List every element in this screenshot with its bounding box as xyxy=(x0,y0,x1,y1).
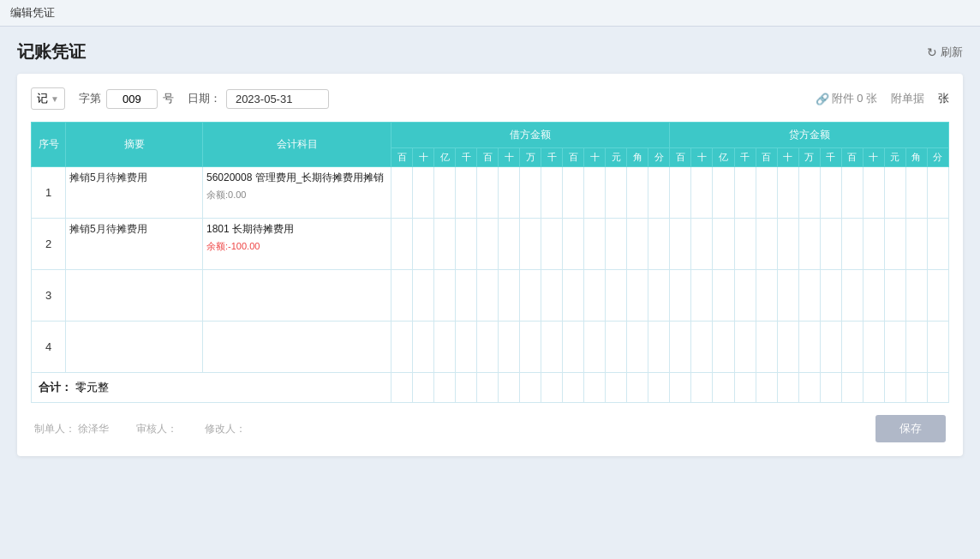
debit-cell-2[interactable] xyxy=(434,322,456,373)
credit-cell-12[interactable] xyxy=(927,219,948,270)
credit-cell-12[interactable] xyxy=(927,322,948,373)
attachment-link[interactable]: 🔗 附件 0 张 xyxy=(816,91,877,106)
seqno-cell[interactable]: 2 xyxy=(32,219,66,270)
debit-cell-3[interactable] xyxy=(456,322,477,373)
credit-cell-4[interactable] xyxy=(756,167,777,219)
fu-dan-link[interactable]: 附单据 xyxy=(891,91,924,106)
debit-cell-9[interactable] xyxy=(584,219,606,270)
credit-cell-0[interactable] xyxy=(670,322,691,373)
debit-cell-0[interactable] xyxy=(391,219,413,270)
credit-cell-3[interactable] xyxy=(734,167,756,219)
credit-cell-4[interactable] xyxy=(756,219,777,270)
credit-cell-10[interactable] xyxy=(884,167,905,219)
summary-cell[interactable] xyxy=(66,270,203,322)
account-cell[interactable] xyxy=(203,270,391,322)
debit-cell-7[interactable] xyxy=(541,270,563,322)
debit-cell-5[interactable] xyxy=(499,167,520,219)
credit-cell-4[interactable] xyxy=(756,270,777,322)
debit-cell-8[interactable] xyxy=(563,167,584,219)
credit-cell-3[interactable] xyxy=(734,322,756,373)
debit-cell-7[interactable] xyxy=(541,322,563,373)
debit-cell-7[interactable] xyxy=(541,219,563,270)
credit-cell-2[interactable] xyxy=(713,322,734,373)
debit-cell-5[interactable] xyxy=(499,219,520,270)
credit-cell-6[interactable] xyxy=(798,322,820,373)
debit-cell-5[interactable] xyxy=(499,322,520,373)
credit-cell-1[interactable] xyxy=(691,322,713,373)
debit-cell-5[interactable] xyxy=(499,270,520,322)
debit-cell-3[interactable] xyxy=(456,219,477,270)
credit-cell-11[interactable] xyxy=(905,219,927,270)
debit-cell-6[interactable] xyxy=(520,270,541,322)
debit-cell-11[interactable] xyxy=(627,322,648,373)
credit-cell-7[interactable] xyxy=(820,270,841,322)
seqno-cell[interactable]: 4 xyxy=(32,322,66,373)
debit-cell-4[interactable] xyxy=(477,219,499,270)
debit-cell-12[interactable] xyxy=(648,270,670,322)
debit-cell-1[interactable] xyxy=(413,219,434,270)
debit-cell-0[interactable] xyxy=(391,270,413,322)
debit-cell-1[interactable] xyxy=(413,322,434,373)
debit-cell-0[interactable] xyxy=(391,167,413,219)
credit-cell-8[interactable] xyxy=(841,219,863,270)
credit-cell-6[interactable] xyxy=(798,270,820,322)
credit-cell-5[interactable] xyxy=(777,167,798,219)
debit-cell-10[interactable] xyxy=(606,270,627,322)
seqno-cell[interactable]: 1 xyxy=(32,167,66,219)
credit-cell-0[interactable] xyxy=(670,219,691,270)
credit-cell-12[interactable] xyxy=(927,270,948,322)
save-button[interactable]: 保存 xyxy=(875,415,946,442)
debit-cell-1[interactable] xyxy=(413,167,434,219)
debit-cell-2[interactable] xyxy=(434,219,456,270)
refresh-button[interactable]: ↻ 刷新 xyxy=(927,45,963,60)
account-cell[interactable]: 1801 长期待摊费用余额:-100.00 xyxy=(203,219,391,270)
debit-cell-11[interactable] xyxy=(627,270,648,322)
debit-cell-12[interactable] xyxy=(648,219,670,270)
credit-cell-2[interactable] xyxy=(713,167,734,219)
account-cell[interactable] xyxy=(203,322,391,373)
debit-cell-8[interactable] xyxy=(563,322,584,373)
credit-cell-8[interactable] xyxy=(841,322,863,373)
debit-cell-11[interactable] xyxy=(627,219,648,270)
credit-cell-1[interactable] xyxy=(691,167,713,219)
debit-cell-2[interactable] xyxy=(434,270,456,322)
credit-cell-8[interactable] xyxy=(841,270,863,322)
summary-cell[interactable]: 摊销5月待摊费用 xyxy=(66,219,203,270)
summary-cell[interactable] xyxy=(66,322,203,373)
date-input[interactable] xyxy=(226,89,329,109)
credit-cell-4[interactable] xyxy=(756,322,777,373)
seqno-cell[interactable]: 3 xyxy=(32,270,66,322)
debit-cell-6[interactable] xyxy=(520,322,541,373)
debit-cell-4[interactable] xyxy=(477,322,499,373)
credit-cell-9[interactable] xyxy=(863,167,884,219)
debit-cell-1[interactable] xyxy=(413,270,434,322)
credit-cell-1[interactable] xyxy=(691,270,713,322)
debit-cell-2[interactable] xyxy=(434,167,456,219)
credit-cell-7[interactable] xyxy=(820,219,841,270)
debit-cell-9[interactable] xyxy=(584,167,606,219)
credit-cell-5[interactable] xyxy=(777,219,798,270)
credit-cell-9[interactable] xyxy=(863,219,884,270)
credit-cell-6[interactable] xyxy=(798,167,820,219)
debit-cell-9[interactable] xyxy=(584,322,606,373)
debit-cell-7[interactable] xyxy=(541,167,563,219)
debit-cell-0[interactable] xyxy=(391,322,413,373)
credit-cell-10[interactable] xyxy=(884,219,905,270)
debit-cell-6[interactable] xyxy=(520,167,541,219)
credit-cell-0[interactable] xyxy=(670,270,691,322)
credit-cell-12[interactable] xyxy=(927,167,948,219)
credit-cell-3[interactable] xyxy=(734,270,756,322)
debit-cell-10[interactable] xyxy=(606,167,627,219)
credit-cell-9[interactable] xyxy=(863,270,884,322)
debit-cell-12[interactable] xyxy=(648,167,670,219)
credit-cell-3[interactable] xyxy=(734,219,756,270)
credit-cell-11[interactable] xyxy=(905,322,927,373)
credit-cell-10[interactable] xyxy=(884,322,905,373)
debit-cell-4[interactable] xyxy=(477,167,499,219)
debit-cell-10[interactable] xyxy=(606,322,627,373)
account-cell[interactable]: 56020008 管理费用_长期待摊费用摊销余额:0.00 xyxy=(203,167,391,219)
summary-cell[interactable]: 摊销5月待摊费用 xyxy=(66,167,203,219)
debit-cell-3[interactable] xyxy=(456,167,477,219)
debit-cell-3[interactable] xyxy=(456,270,477,322)
credit-cell-8[interactable] xyxy=(841,167,863,219)
